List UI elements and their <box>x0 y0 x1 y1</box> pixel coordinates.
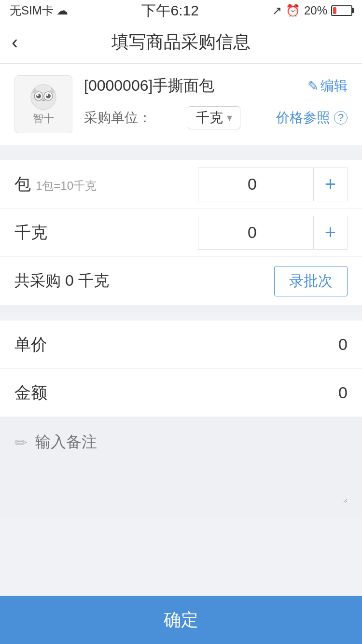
chevron-down-icon: ▾ <box>227 112 232 124</box>
product-name: [0000006]手撕面包 <box>84 75 214 97</box>
owl-icon <box>29 83 58 112</box>
back-button[interactable]: ‹ <box>12 31 18 53</box>
product-card: 智十 [0000006]手撕面包 ✎ 编辑 采购单位： 千克 ▾ 价格参照 ? <box>0 64 362 145</box>
bag-input[interactable] <box>198 168 314 201</box>
kg-input-row: 千克 + <box>0 209 362 257</box>
unit-select[interactable]: 千克 ▾ <box>188 106 240 129</box>
confirm-button[interactable]: 确定 <box>0 596 362 644</box>
unit-price-value: 0 <box>338 335 348 354</box>
bag-input-row: 包 1包=10千克 + <box>0 160 362 209</box>
product-image: 智十 <box>14 75 72 133</box>
kg-controls: + <box>198 216 348 250</box>
summary-row: 共采购 0 千克 录批次 <box>0 257 362 305</box>
bag-sublabel: 1包=10千克 <box>36 178 97 194</box>
edit-button[interactable]: ✎ 编辑 <box>307 77 348 95</box>
product-info: [0000006]手撕面包 ✎ 编辑 采购单位： 千克 ▾ 价格参照 ? <box>84 75 348 129</box>
unit-row: 采购单位： 千克 ▾ 价格参照 ? <box>84 106 348 129</box>
logo-text: 智十 <box>33 112 54 126</box>
edit-label: 编辑 <box>320 77 348 95</box>
page-title: 填写商品采购信息 <box>111 30 251 54</box>
unit-label: 采购单位： <box>84 109 152 127</box>
svg-point-3 <box>36 94 41 98</box>
batch-button[interactable]: 录批次 <box>274 266 348 296</box>
status-left: 无SIM卡 ☁ <box>10 3 68 18</box>
section-divider-1 <box>0 153 362 160</box>
amount-row: 金额 0 <box>0 369 362 417</box>
amount-label: 金额 <box>14 382 47 404</box>
product-logo: 智十 <box>29 83 58 126</box>
info-icon: ? <box>334 111 348 125</box>
svg-point-6 <box>46 94 48 96</box>
summary-text: 共采购 0 千克 <box>14 270 109 292</box>
unit-price-label: 单价 <box>14 334 47 356</box>
bottom-padding <box>0 518 362 566</box>
no-sim-text: 无SIM卡 ☁ <box>10 3 68 18</box>
battery-icon <box>331 5 352 16</box>
kg-label: 千克 <box>14 222 47 244</box>
price-reference-button[interactable]: 价格参照 ? <box>276 109 348 127</box>
unit-price-row: 单价 0 <box>0 321 362 369</box>
page-header: ‹ 填写商品采购信息 <box>0 21 362 64</box>
price-ref-label: 价格参照 <box>276 109 330 127</box>
price-section: 单价 0 金额 0 <box>0 321 362 417</box>
notes-input[interactable] <box>35 432 348 503</box>
kg-plus-button[interactable]: + <box>314 216 348 250</box>
bag-controls: + <box>198 168 348 201</box>
status-time: 下午6:12 <box>141 1 198 21</box>
svg-point-5 <box>37 94 39 96</box>
product-name-row: [0000006]手撕面包 ✎ 编辑 <box>84 75 348 97</box>
notes-section: ✏ <box>0 417 362 518</box>
status-bar: 无SIM卡 ☁ 下午6:12 ↗ ⏰ 20% <box>0 0 362 21</box>
unit-value: 千克 <box>196 109 223 127</box>
section-divider-2 <box>0 305 362 313</box>
location-icon: ↗ <box>272 4 282 17</box>
kg-input[interactable] <box>198 216 314 250</box>
input-section: 包 1包=10千克 + 千克 + <box>0 160 362 257</box>
bag-label: 包 1包=10千克 <box>14 173 97 196</box>
alarm-icon: ⏰ <box>286 4 300 17</box>
svg-point-4 <box>46 94 51 98</box>
amount-value: 0 <box>338 383 348 402</box>
pencil-icon: ✏ <box>14 434 28 452</box>
edit-icon: ✎ <box>307 78 319 94</box>
status-right: ↗ ⏰ 20% <box>272 4 352 17</box>
bag-plus-button[interactable]: + <box>314 168 348 201</box>
battery-percent: 20% <box>304 4 327 17</box>
